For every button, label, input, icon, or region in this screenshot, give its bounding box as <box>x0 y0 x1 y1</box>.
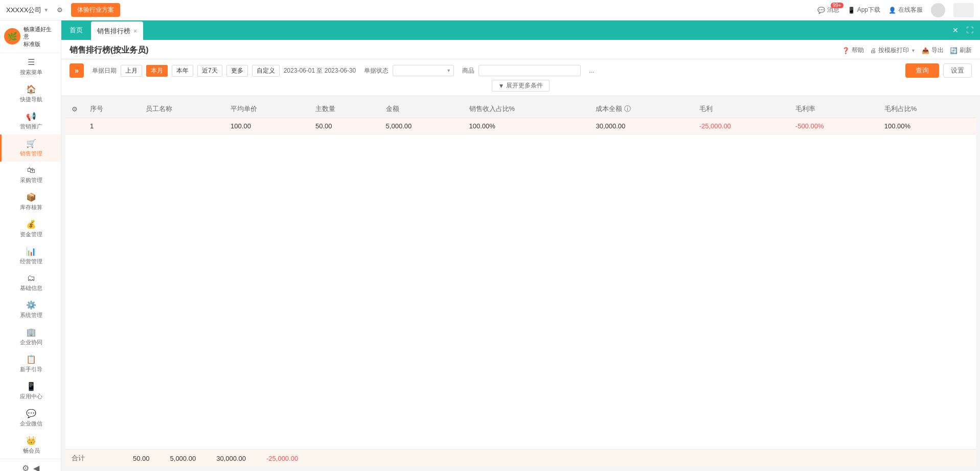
td-cost: 30,000.00 <box>589 118 693 134</box>
logo-icon: 🌿 <box>4 28 20 44</box>
sidebar-label-sales: 销售管理 <box>20 150 42 158</box>
date-btn-custom[interactable]: 自定义 <box>252 65 280 77</box>
settings-icon-btn[interactable]: ⚙ <box>53 3 67 17</box>
sidebar-item-finance[interactable]: 💰 资金管理 <box>0 215 61 242</box>
sidebar-item-inventory[interactable]: 📦 库存核算 <box>0 188 61 215</box>
refresh-btn[interactable]: 🔄 刷新 <box>950 46 972 55</box>
table-head: ⚙ 序号 员工名称 平均单价 主数量 金额 销售收入占比% 成本全额 ⓘ 毛利 … <box>65 100 976 118</box>
goods-input[interactable] <box>478 65 581 76</box>
refresh-label: 刷新 <box>960 46 972 55</box>
tab-home[interactable]: 首页 <box>61 20 91 40</box>
td-sales-pct: 100.00% <box>463 118 590 134</box>
date-btn-last-month[interactable]: 上月 <box>121 65 142 77</box>
app-download-btn[interactable]: 📱 App下载 <box>848 6 880 14</box>
goods-more-btn[interactable]: ... <box>585 66 598 75</box>
trial-button[interactable]: 体验行业方案 <box>71 3 120 17</box>
export-btn[interactable]: 📤 导出 <box>922 46 944 55</box>
td-gross-pct: 100.00% <box>878 118 976 134</box>
print-btn[interactable]: 🖨 按模板打印 ▼ <box>870 46 916 55</box>
sidebar-item-sales[interactable]: 🛒 销售管理 <box>0 134 61 162</box>
export-label: 导出 <box>931 46 944 55</box>
sidebar-label-quick-nav: 快捷导航 <box>20 96 42 103</box>
marketing-icon: 📢 <box>26 111 36 121</box>
sidebar-bottom: ⚙ ◀ <box>0 459 61 471</box>
export-icon: 📤 <box>922 47 929 54</box>
filter-toggle-btn[interactable]: » <box>70 63 84 78</box>
status-label: 单据状态 <box>364 66 389 75</box>
sidebar-item-quick-nav[interactable]: 🏠 快捷导航 <box>0 80 61 107</box>
footer-gross: -25,000.00 <box>266 455 298 462</box>
expand-btn[interactable]: ▼ 展开更多条件 <box>492 80 550 92</box>
page-content: 销售排行榜(按业务员) ❓ 帮助 🖨 按模板打印 ▼ 📤 导出 <box>61 40 980 471</box>
td-avg-price: 100.00 <box>224 118 309 134</box>
settings-btn[interactable]: 设置 <box>943 63 972 78</box>
sidebar-item-purchase[interactable]: 🛍 采购管理 <box>0 162 61 188</box>
tab-close-btn[interactable]: × <box>133 28 137 35</box>
date-label: 单据日期 <box>92 66 117 75</box>
sidebar-item-system[interactable]: ⚙️ 系统管理 <box>0 296 61 323</box>
online-service-label: 在线客服 <box>898 6 923 14</box>
sidebar-settings-icon[interactable]: ⚙ <box>22 463 29 471</box>
company-selector[interactable]: XXXXX公司 ▼ <box>6 6 49 15</box>
sidebar-label-operations: 经营管理 <box>20 258 42 265</box>
th-rank: 序号 <box>84 100 140 118</box>
td-gross-rate: -500.00% <box>789 118 878 134</box>
sidebar-item-search-order[interactable]: ☰ 搜索菜单 <box>0 53 61 80</box>
date-btn-this-year[interactable]: 本年 <box>172 65 193 77</box>
message-badge: 99+ <box>831 3 844 8</box>
help-btn[interactable]: ❓ 帮助 <box>842 46 864 55</box>
main-layout: 🌿 畅康通好生意 标准版 ☰ 搜索菜单 🏠 快捷导航 📢 营销推广 🛒 销售管理… <box>0 20 980 471</box>
sidebar-item-member[interactable]: 👑 畅会员 <box>0 432 61 459</box>
sidebar-label-member: 畅会员 <box>23 447 40 455</box>
date-range-display: 2023-06-01 至 2023-06-30 <box>284 66 356 75</box>
message-btn[interactable]: 💬 消息 99+ <box>817 6 839 14</box>
online-service-btn[interactable]: 👤 在线客服 <box>888 6 923 14</box>
sidebar-label-enterprise: 企业协同 <box>20 339 42 346</box>
td-qty: 50.00 <box>309 118 380 134</box>
sidebar: 🌿 畅康通好生意 标准版 ☰ 搜索菜单 🏠 快捷导航 📢 营销推广 🛒 销售管理… <box>0 20 61 471</box>
sidebar-item-guide[interactable]: 📋 新手引导 <box>0 350 61 377</box>
td-gross: -25,000.00 <box>693 118 789 134</box>
th-avg-price: 平均单价 <box>224 100 309 118</box>
tab-close-window-btn[interactable]: ✕ <box>949 24 962 36</box>
sidebar-label-basic: 基础信息 <box>20 284 42 292</box>
td-settings <box>65 118 84 134</box>
sidebar-item-enterprise[interactable]: 🏢 企业协同 <box>0 323 61 350</box>
query-btn[interactable]: 查询 <box>905 63 939 78</box>
sidebar-item-weixin[interactable]: 💬 企业微信 <box>0 405 61 432</box>
sidebar-label-purchase: 采购管理 <box>20 176 42 184</box>
app-icon: 📱 <box>848 7 855 14</box>
expand-row: ▼ 展开更多条件 <box>70 78 972 92</box>
goods-label: 商品 <box>462 66 474 75</box>
sidebar-label-apps: 应用中心 <box>20 393 42 400</box>
filter-row: » 单据日期 上月 本月 本年 近7天 更多 自定义 2023-06-01 至 … <box>70 63 972 78</box>
date-btn-this-month[interactable]: 本月 <box>146 65 168 77</box>
th-settings[interactable]: ⚙ <box>65 100 84 118</box>
th-amount: 金额 <box>380 100 463 118</box>
sidebar-label-weixin: 企业微信 <box>20 420 42 428</box>
top-right-area: 💬 消息 99+ 📱 App下载 👤 在线客服 <box>817 3 974 17</box>
content-area: 首页 销售排行榜 × ✕ ⛶ 销售排行榜(按业务员) ❓ 帮助 <box>61 20 980 471</box>
tab-expand-btn[interactable]: ⛶ <box>964 24 976 36</box>
tab-sales-ranking[interactable]: 销售排行榜 × <box>91 21 143 41</box>
sidebar-item-operations[interactable]: 📊 经营管理 <box>0 242 61 270</box>
chevron-down-icon: ▼ <box>43 7 49 13</box>
date-btn-more[interactable]: 更多 <box>226 65 248 77</box>
status-filter-group: 单据状态 <box>364 65 454 76</box>
sidebar-item-marketing[interactable]: 📢 营销推广 <box>0 107 61 134</box>
avatar[interactable] <box>931 3 945 17</box>
status-select[interactable] <box>393 65 454 76</box>
sidebar-collapse-icon[interactable]: ◀ <box>33 463 39 471</box>
sales-icon: 🛒 <box>26 139 36 148</box>
user-name-area[interactable] <box>953 3 974 17</box>
th-qty: 主数量 <box>309 100 380 118</box>
app-download-label: App下载 <box>857 6 880 14</box>
status-select-wrap <box>393 65 454 76</box>
weixin-icon: 💬 <box>26 409 36 418</box>
date-btn-7days[interactable]: 近7天 <box>197 65 222 77</box>
expand-label: 展开更多条件 <box>506 81 543 90</box>
sidebar-item-basic[interactable]: 🗂 基础信息 <box>0 270 61 296</box>
sidebar-item-apps[interactable]: 📱 应用中心 <box>0 377 61 405</box>
quick-nav-icon: 🏠 <box>26 84 36 94</box>
td-amount: 5,000.00 <box>380 118 463 134</box>
